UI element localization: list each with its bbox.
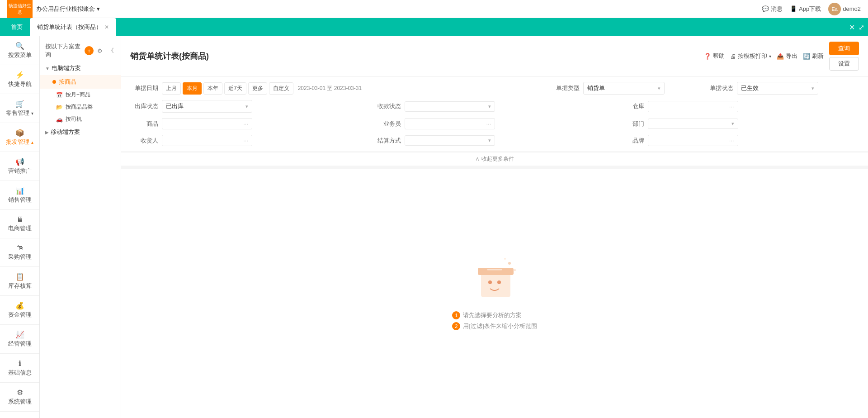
filter-doc-status: 单据状态 已生效 ▾ bbox=[705, 82, 859, 95]
date-btn-more[interactable]: 更多 bbox=[248, 82, 267, 95]
product-select[interactable]: ··· bbox=[162, 118, 252, 129]
scheme-item-by-category[interactable]: 📂 按商品品类 bbox=[40, 101, 121, 113]
window-actions: ✕ ⤢ bbox=[849, 23, 864, 32]
doc-status-select[interactable]: 已生效 ▾ bbox=[737, 82, 818, 95]
sidebar: 🔍 搜索菜单 ⚡ 快捷导航 🛒 零售管理 ▾ 📦 批发管理 ▴ 📢 营销推广 📊… bbox=[0, 36, 40, 418]
date-btn-this-year[interactable]: 本年 bbox=[203, 82, 222, 95]
sidebar-item-enterprise[interactable]: 🤝 企业协同 bbox=[0, 412, 39, 418]
scheme-group-mobile-title[interactable]: ▶ 移动端方案 bbox=[40, 125, 121, 139]
collection-arrow: ▾ bbox=[488, 104, 491, 109]
date-btn-last-month[interactable]: 上月 bbox=[162, 82, 181, 95]
filter-consignee: 收货人 ··· bbox=[130, 135, 373, 146]
payment-arrow: ▾ bbox=[488, 138, 491, 143]
salesperson-select[interactable]: ··· bbox=[405, 118, 495, 129]
industry-arrow: ▾ bbox=[97, 5, 100, 12]
finance-icon: 💰 bbox=[0, 301, 39, 310]
svg-point-5 bbox=[508, 262, 511, 265]
tab-home[interactable]: 首页 bbox=[4, 18, 30, 36]
window-close-icon[interactable]: ✕ bbox=[849, 23, 855, 32]
topbar-right: 💬 消息 📱 App下载 Ea demo2 bbox=[762, 3, 861, 15]
sidebar-item-sales[interactable]: 📊 销售管理 bbox=[0, 181, 39, 210]
sidebar-item-label-system: 系统管理 bbox=[8, 398, 32, 405]
empty-illustration bbox=[465, 254, 524, 304]
brand-select[interactable]: ··· bbox=[648, 135, 738, 146]
date-btn-this-month[interactable]: 本月 bbox=[183, 82, 202, 95]
refresh-label: 刷新 bbox=[812, 52, 824, 60]
doc-status-arrow: ▾ bbox=[811, 86, 814, 91]
sidebar-item-label-sales: 销售管理 bbox=[8, 196, 32, 203]
sidebar-item-system[interactable]: ⚙ 系统管理 bbox=[0, 383, 39, 412]
retail-icon: 🛒 bbox=[0, 100, 39, 108]
filter-row-4: 收货人 ··· 结算方式 ▾ 品牌 bbox=[130, 135, 859, 146]
sidebar-item-finance[interactable]: 💰 资金管理 bbox=[0, 296, 39, 325]
sidebar-item-quick-nav[interactable]: ⚡ 快捷导航 bbox=[0, 65, 39, 94]
sidebar-item-basic-info[interactable]: ℹ 基础信息 bbox=[0, 354, 39, 383]
date-btn-7days[interactable]: 近7天 bbox=[224, 82, 246, 95]
empty-step-1: 1 请先选择要分析的方案 bbox=[452, 311, 537, 319]
settings-button[interactable]: 设置 bbox=[829, 57, 859, 71]
collection-label: 收款状态 bbox=[373, 102, 405, 110]
template-print-btn[interactable]: 🖨 按模板打印 ▾ bbox=[730, 52, 771, 60]
username: demo2 bbox=[843, 5, 861, 12]
scheme-item-by-driver[interactable]: 🚗 按司机 bbox=[40, 113, 121, 125]
scheme-group-pc-title[interactable]: ▼ 电脑端方案 bbox=[40, 62, 121, 75]
out-status-label: 出库状态 bbox=[130, 102, 162, 110]
filter-brand: 品牌 ··· bbox=[616, 135, 859, 146]
scheme-item-by-product[interactable]: 按商品 bbox=[40, 75, 121, 89]
filter-payment: 结算方式 ▾ bbox=[373, 135, 616, 146]
sidebar-item-search-menu[interactable]: 🔍 搜索菜单 bbox=[0, 36, 39, 65]
sidebar-item-retail[interactable]: 🛒 零售管理 ▾ bbox=[0, 94, 39, 123]
sidebar-item-label-inventory: 库存核算 bbox=[8, 282, 32, 289]
department-select[interactable]: ▾ bbox=[648, 119, 738, 129]
out-status-select[interactable]: 已出库 ▾ bbox=[162, 100, 252, 113]
filter-row-3: 商品 ··· 业务员 ··· 部门 bbox=[130, 118, 859, 129]
filter-doc-type: 单据类型 销货单 ▾ bbox=[552, 82, 705, 95]
svg-rect-1 bbox=[478, 268, 514, 275]
avatar: Ea bbox=[828, 3, 841, 15]
sidebar-item-wholesale[interactable]: 📦 批发管理 ▴ bbox=[0, 123, 39, 152]
window-expand-icon[interactable]: ⤢ bbox=[859, 23, 864, 32]
scheme-settings-btn[interactable]: ⚙ bbox=[95, 46, 104, 55]
sidebar-item-marketing[interactable]: 📢 营销推广 bbox=[0, 152, 39, 181]
message-btn[interactable]: 💬 消息 bbox=[762, 5, 783, 13]
scheme-collapse-btn[interactable]: 《 bbox=[106, 46, 115, 55]
date-btn-custom[interactable]: 自定义 bbox=[269, 82, 293, 95]
doc-type-select[interactable]: 销货单 ▾ bbox=[583, 82, 665, 95]
query-button[interactable]: 查询 bbox=[829, 42, 859, 55]
sidebar-item-operations[interactable]: 📈 经营管理 bbox=[0, 325, 39, 354]
app-download-btn[interactable]: 📱 App下载 bbox=[790, 5, 821, 13]
refresh-btn[interactable]: 🔄 刷新 bbox=[803, 52, 824, 60]
brand-dots: ··· bbox=[729, 137, 734, 144]
step-2-num: 2 bbox=[452, 322, 460, 330]
pc-group-label: 电脑端方案 bbox=[52, 64, 81, 72]
sidebar-item-purchase[interactable]: 🛍 采购管理 bbox=[0, 238, 39, 267]
scheme-add-btn[interactable]: + bbox=[85, 46, 94, 55]
consignee-select[interactable]: ··· bbox=[162, 135, 252, 146]
inventory-icon: 📋 bbox=[0, 272, 39, 281]
tab-close-icon[interactable]: ✕ bbox=[104, 24, 109, 30]
collection-select[interactable]: ▾ bbox=[405, 101, 495, 112]
department-arrow: ▾ bbox=[731, 121, 734, 127]
sidebar-item-ecommerce[interactable]: 🖥 电商管理 bbox=[0, 210, 39, 238]
tab-sales-stat[interactable]: 销货单统计表（按商品） ✕ bbox=[30, 18, 116, 36]
help-btn[interactable]: ❓ 帮助 bbox=[704, 52, 725, 60]
warehouse-select[interactable]: ··· bbox=[648, 101, 738, 112]
wholesale-icon: 📦 bbox=[0, 128, 39, 137]
date-label: 单据日期 bbox=[130, 84, 162, 92]
collapse-bar[interactable]: ∧ 收起更多条件 bbox=[121, 152, 868, 166]
sidebar-item-label-basic: 基础信息 bbox=[8, 369, 32, 376]
export-label: 导出 bbox=[786, 52, 797, 60]
scheme-item-by-month-product[interactable]: 📅 按月+商品 bbox=[40, 89, 121, 101]
sidebar-item-inventory[interactable]: 📋 库存核算 bbox=[0, 267, 39, 296]
retail-arrow: ▾ bbox=[31, 111, 33, 116]
doc-type-value: 销货单 bbox=[587, 84, 658, 92]
basic-info-icon: ℹ bbox=[0, 359, 39, 368]
payment-select[interactable]: ▾ bbox=[405, 135, 495, 146]
export-btn[interactable]: 📤 导出 bbox=[777, 52, 797, 60]
scheme-panel-title: 按以下方案查询 bbox=[45, 43, 85, 59]
industry-selector[interactable]: 办公用品行业模拟账套 ▾ bbox=[36, 5, 100, 13]
scheme-group-pc: ▼ 电脑端方案 按商品 📅 按月+商品 📂 按商品品类 🚗 按司机 bbox=[40, 62, 121, 125]
svg-point-3 bbox=[497, 280, 501, 284]
user-profile[interactable]: Ea demo2 bbox=[828, 3, 861, 15]
app-download-label: App下载 bbox=[799, 5, 821, 13]
